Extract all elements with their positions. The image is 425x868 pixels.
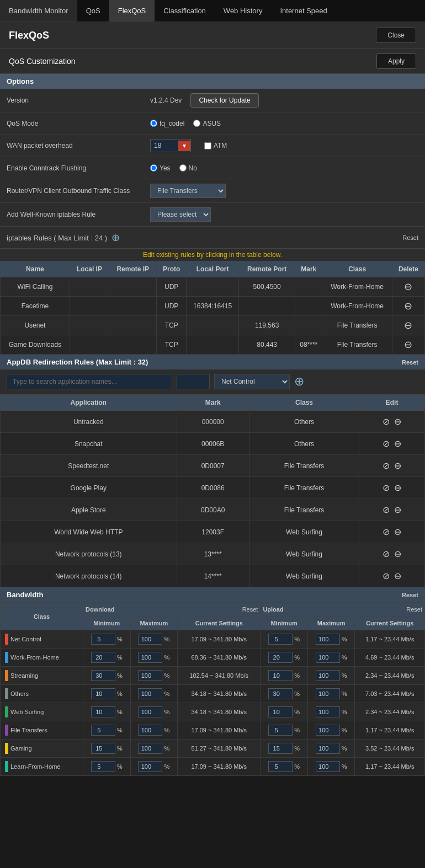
- qos-mode-fq-codel[interactable]: fq_codel: [150, 120, 184, 127]
- appdb-delete-button[interactable]: ⊖: [393, 459, 402, 472]
- appdb-delete-button[interactable]: ⊖: [393, 437, 402, 450]
- appdb-row[interactable]: Untracked 000000 Others ⊘ ⊖: [1, 411, 425, 433]
- appdb-edit-button[interactable]: ⊘: [381, 437, 391, 450]
- conntrack-yes[interactable]: Yes: [150, 164, 171, 172]
- bw-dl-max-input[interactable]: [138, 688, 162, 699]
- bw-ul-max-input[interactable]: [316, 652, 340, 663]
- nav-web-history[interactable]: Web History: [215, 0, 272, 22]
- appdb-edit-button[interactable]: ⊘: [381, 481, 391, 494]
- bw-ul-max-input[interactable]: [316, 670, 340, 681]
- bw-ul-max-input[interactable]: [316, 725, 340, 736]
- nav-internet-speed[interactable]: Internet Speed: [271, 0, 336, 22]
- bw-ul-min-input[interactable]: [268, 761, 293, 772]
- bw-ul-min-input[interactable]: [268, 688, 293, 699]
- nav-flexqos[interactable]: FlexQoS: [109, 0, 155, 22]
- check-update-button[interactable]: Check for Update: [190, 93, 258, 108]
- appdb-cell-app: Apple Store: [1, 499, 177, 521]
- bw-ul-min-input[interactable]: [268, 634, 293, 645]
- iptables-delete-button[interactable]: ⊖: [402, 300, 415, 312]
- appdb-edit-button[interactable]: ⊘: [381, 503, 391, 516]
- appdb-edit-button[interactable]: ⊘: [381, 526, 391, 538]
- bw-ul-min-input[interactable]: [268, 670, 293, 681]
- appdb-row[interactable]: World Wide Web HTTP 12003F Web Surfing ⊘…: [1, 521, 425, 543]
- close-button[interactable]: Close: [376, 28, 416, 43]
- appdb-row[interactable]: Speedtest.net 0D0007 File Transfers ⊘ ⊖: [1, 455, 425, 477]
- appdb-row[interactable]: Network protocols (13) 13**** Web Surfin…: [1, 543, 425, 565]
- appdb-delete-button[interactable]: ⊖: [393, 526, 402, 538]
- bandwidth-row: Web Surfing % % 34.18 ~ 341.80 Mb/s % % …: [1, 703, 425, 721]
- bw-dl-min-input[interactable]: [91, 688, 115, 699]
- appdb-row[interactable]: Network protocols (14) 14**** Web Surfin…: [1, 565, 425, 587]
- appdb-delete-button[interactable]: ⊖: [393, 548, 402, 560]
- bw-dl-min-input[interactable]: [91, 743, 115, 754]
- bw-dl-min-input[interactable]: [91, 706, 115, 717]
- bw-ul-min-input[interactable]: [268, 743, 293, 754]
- bw-ul-max-input[interactable]: [316, 743, 340, 754]
- iptables-row[interactable]: WiFi Calling UDP 500,4500 Work-From-Home…: [1, 277, 425, 297]
- qos-mode-asus-radio[interactable]: [193, 120, 200, 127]
- nav-qos[interactable]: QoS: [77, 0, 109, 22]
- apply-button[interactable]: Apply: [376, 53, 416, 69]
- appdb-edit-button[interactable]: ⊘: [381, 570, 391, 582]
- appdb-delete-button[interactable]: ⊖: [393, 570, 402, 582]
- nav-classification[interactable]: Classification: [155, 0, 215, 22]
- bw-download-reset-button[interactable]: Reset: [242, 606, 258, 613]
- bw-dl-min-input[interactable]: [91, 634, 115, 645]
- appdb-row[interactable]: Apple Store 0D00A0 File Transfers ⊘ ⊖: [1, 499, 425, 521]
- appdb-edit-button[interactable]: ⊘: [381, 548, 391, 560]
- appdb-edit-button[interactable]: ⊘: [381, 415, 391, 428]
- appdb-edit-button[interactable]: ⊘: [381, 459, 391, 472]
- conntrack-no[interactable]: No: [179, 164, 197, 172]
- nav-bandwidth-monitor[interactable]: Bandwidth Monitor: [0, 0, 77, 22]
- appdb-add-button[interactable]: ⊕: [294, 374, 304, 389]
- qos-mode-asus[interactable]: ASUS: [193, 120, 221, 127]
- atm-label[interactable]: ATM: [204, 142, 227, 149]
- appdb-search-input[interactable]: [7, 374, 172, 389]
- bw-ul-min-input[interactable]: [268, 706, 293, 717]
- atm-checkbox[interactable]: [204, 142, 211, 149]
- bw-dl-min-input[interactable]: [91, 761, 115, 772]
- wan-spin-button[interactable]: ▼: [178, 141, 190, 151]
- iptables-row[interactable]: Facetime UDP 16384:16415 Work-From-Home …: [1, 297, 425, 316]
- bw-ul-max-input[interactable]: [316, 761, 340, 772]
- iptables-row[interactable]: Game Downloads TCP 80,443 08**** File Tr…: [1, 335, 425, 355]
- iptables-delete-button[interactable]: ⊖: [402, 281, 415, 293]
- wan-overhead-input[interactable]: [151, 140, 178, 152]
- bw-dl-max-input[interactable]: [138, 670, 162, 681]
- conntrack-no-radio[interactable]: [179, 164, 187, 172]
- add-iptables-select[interactable]: Please select: [150, 207, 211, 222]
- conntrack-yes-radio[interactable]: [150, 164, 157, 172]
- router-vpn-select[interactable]: File Transfers Net Control Work-From-Hom…: [150, 184, 226, 198]
- appdb-mark-input[interactable]: [177, 374, 210, 389]
- qos-mode-fq-codel-radio[interactable]: [150, 120, 157, 127]
- iptables-row[interactable]: Usenet TCP 119,563 File Transfers ⊖: [1, 316, 425, 335]
- bw-ul-max-input[interactable]: [316, 688, 340, 699]
- iptables-reset-link[interactable]: Reset: [402, 234, 418, 241]
- bw-dl-max-input[interactable]: [138, 725, 162, 736]
- appdb-class-select[interactable]: Net Control Work-From-Home Streaming Oth…: [214, 374, 290, 389]
- appdb-delete-button[interactable]: ⊖: [393, 481, 402, 494]
- bw-dl-min-input[interactable]: [91, 670, 115, 681]
- appdb-delete-button[interactable]: ⊖: [393, 415, 402, 428]
- appdb-reset-link[interactable]: Reset: [402, 359, 418, 366]
- bw-dl-max-input[interactable]: [138, 634, 162, 645]
- bw-ul-max-input[interactable]: [316, 634, 340, 645]
- bw-ul-min-input[interactable]: [268, 725, 293, 736]
- bw-ul-max-input[interactable]: [316, 706, 340, 717]
- bw-dl-min-input[interactable]: [91, 725, 115, 736]
- iptables-cell-mark: [295, 297, 322, 316]
- bw-dl-max-input[interactable]: [138, 743, 162, 754]
- appdb-delete-button[interactable]: ⊖: [393, 503, 402, 516]
- appdb-row[interactable]: Snapchat 00006B Others ⊘ ⊖: [1, 433, 425, 455]
- bandwidth-reset-link[interactable]: Reset: [402, 592, 418, 598]
- iptables-delete-button[interactable]: ⊖: [402, 339, 415, 351]
- appdb-row[interactable]: Google Play 0D0086 File Transfers ⊘ ⊖: [1, 477, 425, 499]
- bw-dl-max-input[interactable]: [138, 652, 162, 663]
- iptables-delete-button[interactable]: ⊖: [402, 319, 415, 331]
- bw-dl-max-input[interactable]: [138, 706, 162, 717]
- bw-ul-min-input[interactable]: [268, 652, 293, 663]
- bw-upload-reset-button[interactable]: Reset: [406, 606, 422, 613]
- bw-dl-max-input[interactable]: [138, 761, 162, 772]
- add-iptables-rule-button[interactable]: ⊕: [111, 232, 120, 244]
- bw-dl-min-input[interactable]: [91, 652, 115, 663]
